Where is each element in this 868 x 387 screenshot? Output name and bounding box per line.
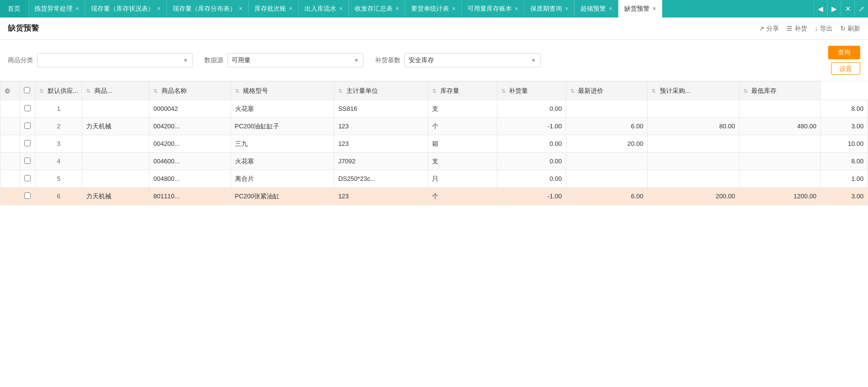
unit-sort-icon: ⇅ — [338, 88, 343, 94]
datasource-select[interactable]: 可用量 ▼ — [227, 53, 363, 68]
share-button[interactable]: ↗ 分享 — [759, 24, 779, 33]
tab-abnormal-close[interactable]: × — [75, 5, 79, 12]
row-num-2: 3 — [36, 135, 82, 153]
row-spec-0: SS816 — [334, 100, 428, 118]
row-checkbox-0[interactable] — [24, 105, 31, 111]
row-replenish-1: 6.00 — [566, 118, 647, 135]
tab-order-stat-close[interactable]: × — [452, 5, 455, 12]
tab-expiry-label: 保质期查询 — [530, 4, 562, 13]
tab-shortage[interactable]: 缺货预警 × — [618, 0, 662, 18]
data-table: ⚙ ⇅ 默认供应... ⇅ 商品... ⇅ 商品名称 — [0, 81, 868, 205]
tab-receive-summary[interactable]: 收发存汇总表 × — [349, 0, 405, 18]
th-replenish-label: 补货量 — [509, 87, 528, 94]
code-sort-icon: ⇅ — [86, 88, 90, 94]
tab-home[interactable]: 首页 — [0, 0, 29, 18]
th-replenish: ⇅ 补货量 — [497, 82, 566, 100]
tab-expiry-close[interactable]: × — [565, 5, 568, 12]
th-unit: ⇅ 主计量单位 — [334, 82, 428, 100]
row-spec-5: 123 — [334, 188, 428, 205]
th-min-stock: ⇅ 最低库存 — [739, 82, 820, 100]
row-name-2: 三九 — [231, 135, 334, 153]
th-stock: ⇅ 库存量 — [428, 82, 497, 100]
export-icon: ↓ — [815, 25, 818, 32]
refresh-button[interactable]: ↻ 刷新 — [840, 24, 860, 33]
row-code-0: 0000042 — [149, 100, 231, 118]
row-replenish-4 — [566, 170, 647, 188]
tab-close-all-button[interactable]: ✕ — [841, 0, 854, 18]
table-row: 5 004800... 离合片 DS250*23c... 只 0.00 1.00 — [0, 170, 868, 188]
setting-button[interactable]: 设置 — [831, 62, 860, 75]
tab-available[interactable]: 可用量库存账本 × — [462, 0, 524, 18]
filter-actions: 查询 设置 — [828, 46, 860, 75]
row-min-stock-1: 3.00 — [821, 118, 868, 135]
query-button[interactable]: 查询 — [828, 46, 860, 59]
row-replenish-5: 6.00 — [566, 188, 647, 205]
row-checkbox-3[interactable] — [24, 158, 31, 164]
row-num-0: 1 — [36, 100, 82, 118]
row-name-3: 火花塞 — [231, 153, 334, 170]
tab-next-button[interactable]: ▶ — [827, 0, 841, 18]
min-stock-sort-icon: ⇅ — [743, 88, 748, 94]
tab-inout-flow[interactable]: 出入库流水 × — [299, 0, 349, 18]
share-label: 分享 — [766, 24, 779, 33]
tab-batch-close[interactable]: × — [289, 5, 292, 12]
tab-bar: 首页 拣货异常处理 × 现存量（库存状况表） × 现存量（库存分布表） × 库存… — [0, 0, 868, 18]
row-code-1: 004200... — [149, 118, 231, 135]
th-est-purchase-label: 预计采购... — [660, 87, 690, 94]
row-gear-2 — [0, 135, 20, 153]
tab-maximize-button[interactable]: ⤢ — [854, 0, 868, 18]
row-checkbox-1[interactable] — [24, 123, 31, 129]
th-name: ⇅ 商品名称 — [149, 82, 231, 100]
tab-abnormal[interactable]: 拣货异常处理 × — [29, 0, 85, 18]
row-name-1: PC200油缸缸子 — [231, 118, 334, 135]
select-all-checkbox[interactable] — [24, 87, 30, 93]
tab-order-stat[interactable]: 要货单统计表 × — [405, 0, 462, 18]
th-gear: ⚙ — [0, 82, 20, 100]
tab-receive-summary-close[interactable]: × — [396, 5, 399, 12]
row-stock-0: 0.00 — [497, 100, 566, 118]
export-button[interactable]: ↓ 导出 — [815, 24, 833, 33]
filter-group-datasource: 数据源 可用量 ▼ — [204, 53, 363, 68]
tab-receive-summary-label: 收发存汇总表 — [355, 4, 393, 13]
row-checkbox-4[interactable] — [24, 175, 31, 181]
row-checkbox-5[interactable] — [24, 193, 31, 199]
tab-batch[interactable]: 库存批次账 × — [249, 0, 299, 18]
tab-shortage-close[interactable]: × — [652, 5, 656, 12]
replenish-basis-select[interactable]: 安全库存 ▼ — [404, 53, 541, 68]
row-latest-price-5: 200.00 — [648, 188, 740, 205]
table-header-row: ⚙ ⇅ 默认供应... ⇅ 商品... ⇅ 商品名称 — [0, 82, 868, 100]
row-code-4: 004800... — [149, 170, 231, 188]
tab-inventory-dist[interactable]: 现存量（库存分布表） × — [167, 0, 249, 18]
gear-icon[interactable]: ⚙ — [4, 87, 11, 95]
tab-inventory-status[interactable]: 现存量（库存状况表） × — [85, 0, 167, 18]
th-unit-label: 主计量单位 — [346, 87, 378, 94]
th-spec-label: 规格型号 — [243, 87, 268, 94]
tab-abnormal-label: 拣货异常处理 — [35, 4, 72, 13]
row-code-5: 801110... — [149, 188, 231, 205]
th-latest-price-label: 最新进价 — [578, 87, 603, 94]
tab-inventory-status-close[interactable]: × — [157, 5, 161, 12]
replenish-basis-label: 补货基数 — [375, 56, 400, 65]
row-unit-3: 支 — [428, 153, 497, 170]
row-gear-1 — [0, 118, 20, 135]
tab-inout-flow-close[interactable]: × — [339, 5, 343, 12]
tab-available-close[interactable]: × — [515, 5, 518, 12]
row-num-4: 5 — [36, 170, 82, 188]
row-checkbox-2[interactable] — [24, 140, 31, 146]
row-unit-2: 箱 — [428, 135, 497, 153]
commodity-select[interactable]: ▼ — [37, 53, 193, 68]
tab-inventory-dist-close[interactable]: × — [239, 5, 242, 12]
tab-overstock[interactable]: 超储预警 × — [575, 0, 618, 18]
page-header: 缺货预警 ↗ 分享 ☰ 补货 ↓ 导出 ↻ 刷新 — [0, 18, 868, 40]
row-code-2: 004200... — [149, 135, 231, 153]
table-row: 3 004200... 三九 123 箱 0.00 20.00 10.00 — [0, 135, 868, 153]
tab-expiry[interactable]: 保质期查询 × — [524, 0, 575, 18]
replenish-button[interactable]: ☰ 补货 — [787, 24, 807, 33]
row-unit-1: 个 — [428, 118, 497, 135]
tab-overstock-close[interactable]: × — [609, 5, 612, 12]
th-supplier-label: 默认供应... — [48, 87, 78, 94]
row-gear-0 — [0, 100, 20, 118]
refresh-label: 刷新 — [848, 24, 860, 33]
row-checkbox-cell-3 — [20, 153, 36, 170]
tab-prev-button[interactable]: ◀ — [814, 0, 827, 18]
